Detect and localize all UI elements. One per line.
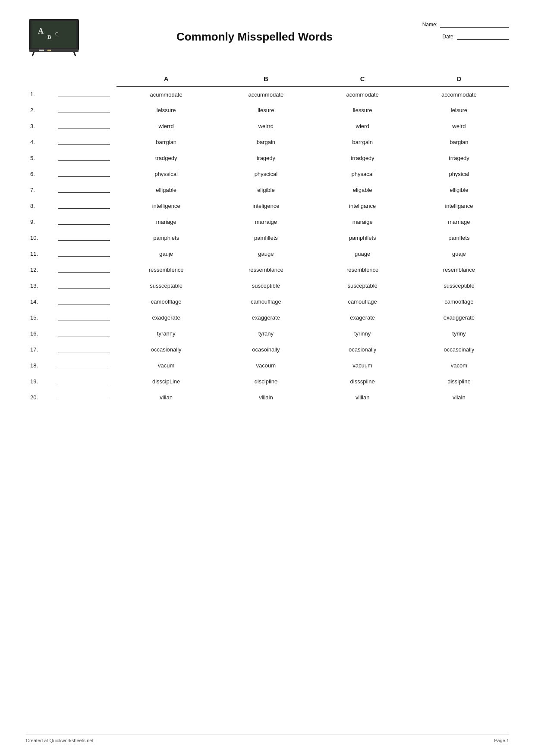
cell-b: pamfillets [216, 230, 316, 246]
answer-blank [58, 138, 110, 145]
page-title: Commonly Misspelled Words [95, 30, 414, 44]
cell-d: sussceptible [409, 278, 509, 294]
row-number: 8. [26, 198, 52, 214]
cell-c: ocasionally [316, 342, 409, 358]
answer-cell [52, 294, 116, 310]
table-row: 18.vacumvacoumvacuumvacom [26, 358, 509, 373]
cell-c: resemblence [316, 262, 409, 278]
svg-text:B: B [47, 34, 51, 40]
cell-a: sussceptable [116, 278, 216, 294]
row-number: 15. [26, 310, 52, 326]
cell-c: physacal [316, 166, 409, 182]
answer-blank [58, 393, 110, 400]
answer-cell [52, 134, 116, 150]
page: A B C Commonly Misspelled Words Na [0, 0, 535, 756]
cell-c: susceptable [316, 278, 409, 294]
cell-b: tyrany [216, 326, 316, 342]
table-row: 12.ressemblenceressemblanceresemblencere… [26, 262, 509, 278]
cell-a: vacum [116, 358, 216, 373]
col-d: D [409, 72, 509, 86]
table-row: 17.occasionallyocasoinallyocasionallyocc… [26, 342, 509, 358]
title-area: Commonly Misspelled Words [95, 17, 414, 44]
cell-c: eligable [316, 182, 409, 198]
row-number: 12. [26, 262, 52, 278]
cell-b: physcical [216, 166, 316, 182]
table-row: 20.vilianvillainvillianvilain [26, 389, 509, 405]
table-row: 19.disscipLinedisciplinedisssplinedissip… [26, 373, 509, 389]
cell-c: vacuum [316, 358, 409, 373]
cell-a: tyranny [116, 326, 216, 342]
footer-left: Created at Quickworksheets.net [26, 738, 94, 743]
table-row: 10.pamphletspamfilletspamphlletspamflets [26, 230, 509, 246]
cell-b: susceptible [216, 278, 316, 294]
cell-c: dissspline [316, 373, 409, 389]
col-c: C [316, 72, 409, 86]
cell-d: dissipline [409, 373, 509, 389]
name-line: Name: [422, 22, 509, 28]
answer-blank [58, 106, 110, 113]
cell-d: pamflets [409, 230, 509, 246]
cell-a: intelligence [116, 198, 216, 214]
answer-blank [58, 282, 110, 289]
date-underline [457, 34, 509, 40]
cell-c: trradgedy [316, 150, 409, 166]
answer-blank [58, 90, 110, 97]
row-number: 5. [26, 150, 52, 166]
col-b: B [216, 72, 316, 86]
answer-cell [52, 198, 116, 214]
name-label: Name: [422, 22, 437, 28]
table-row: 8.intelligenceinteligenceinteliganceinte… [26, 198, 509, 214]
cell-b: camoufflage [216, 294, 316, 310]
cell-c: pamphllets [316, 230, 409, 246]
answer-cell [52, 166, 116, 182]
row-number: 19. [26, 373, 52, 389]
table-row: 13.sussceptablesusceptiblesusceptablesus… [26, 278, 509, 294]
answer-blank [58, 266, 110, 273]
answer-blank [58, 377, 110, 384]
worksheet-table: A B C D 1.acummodateaccummodateacommodat… [26, 72, 509, 405]
table-row: 4.barrgianbargainbarrgainbargian [26, 134, 509, 150]
cell-d: trragedy [409, 150, 509, 166]
blackboard-icon: A B C [26, 17, 82, 58]
answer-cell [52, 150, 116, 166]
cell-d: elligible [409, 182, 509, 198]
cell-d: intelligance [409, 198, 509, 214]
name-underline [440, 22, 509, 28]
row-number: 14. [26, 294, 52, 310]
cell-a: elligable [116, 182, 216, 198]
cell-c: camouflage [316, 294, 409, 310]
answer-cell [52, 86, 116, 102]
cell-c: guage [316, 246, 409, 262]
row-number: 17. [26, 342, 52, 358]
table-row: 14.camoofflagecamoufflagecamouflagecamoo… [26, 294, 509, 310]
cell-c: tyrinny [316, 326, 409, 342]
table-row: 11.gaujegaugeguageguaje [26, 246, 509, 262]
answer-cell [52, 230, 116, 246]
cell-d: occasoinally [409, 342, 509, 358]
row-number: 20. [26, 389, 52, 405]
footer-right: Page 1 [494, 738, 509, 743]
name-date-area: Name: Date: [414, 17, 509, 46]
cell-b: ocasoinally [216, 342, 316, 358]
header-area: A B C Commonly Misspelled Words Na [26, 17, 509, 60]
answer-blank [58, 314, 110, 320]
answer-cell [52, 262, 116, 278]
answer-blank [58, 250, 110, 257]
answer-blank [58, 345, 110, 352]
answer-cell [52, 373, 116, 389]
cell-b: weirrd [216, 118, 316, 134]
table-row: 9.mariagemarraigemaraigemarriage [26, 214, 509, 230]
cell-c: barrgain [316, 134, 409, 150]
cell-a: ressemblence [116, 262, 216, 278]
cell-d: physical [409, 166, 509, 182]
answer-cell [52, 182, 116, 198]
cell-d: vilain [409, 389, 509, 405]
table-row: 7.elligableeligibleeligableelligible [26, 182, 509, 198]
cell-b: discipline [216, 373, 316, 389]
cell-b: ressemblance [216, 262, 316, 278]
answer-cell [52, 326, 116, 342]
row-number: 9. [26, 214, 52, 230]
cell-c: acommodate [316, 86, 409, 102]
answer-blank [58, 154, 110, 161]
answer-cell [52, 214, 116, 230]
